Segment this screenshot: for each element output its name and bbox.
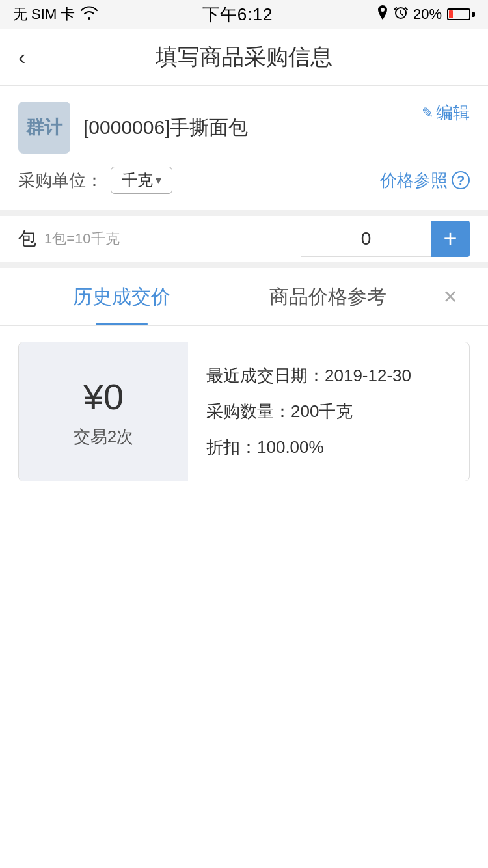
product-left: 群计 [0000006]手撕面包 <box>18 102 248 154</box>
discount-row: 折扣：100.00% <box>206 435 451 460</box>
alarm-icon <box>394 5 408 23</box>
product-thumbnail: 群计 <box>18 102 70 154</box>
history-count: 交易2次 <box>74 426 133 448</box>
back-button[interactable]: ‹ <box>18 44 25 70</box>
recent-date-row: 最近成交日期：2019-12-30 <box>206 363 451 388</box>
tab-price-ref-label: 商品价格参考 <box>269 284 386 310</box>
nav-bar: ‹ 填写商品采购信息 <box>0 29 488 86</box>
unit-select[interactable]: 千克 ▾ <box>111 167 172 194</box>
history-detail-section: 最近成交日期：2019-12-30 采购数量：200千克 折扣：100.00% <box>188 342 469 481</box>
history-card: ¥0 交易2次 最近成交日期：2019-12-30 采购数量：200千克 折扣：… <box>18 342 470 481</box>
tabs-close-button[interactable]: × <box>431 268 470 325</box>
recent-date-label: 最近成交日期： <box>206 366 325 385</box>
discount-label: 折扣： <box>206 437 257 457</box>
purchase-qty-label: 采购数量： <box>206 401 291 421</box>
product-footer: 采购单位： 千克 ▾ 价格参照 ? <box>18 167 470 194</box>
discount-value: 100.00% <box>257 437 324 457</box>
quantity-input[interactable] <box>301 221 431 257</box>
wifi-icon <box>80 5 98 23</box>
purchase-qty-row: 采购数量：200千克 <box>206 399 451 424</box>
edit-icon: ✎ <box>422 105 433 122</box>
status-left: 无 SIM 卡 <box>13 5 98 24</box>
status-bar: 无 SIM 卡 下午6:12 20% <box>0 0 488 29</box>
tabs-section: 历史成交价 商品价格参考 × <box>0 268 488 326</box>
chevron-down-icon: ▾ <box>156 173 161 187</box>
product-name: [0000006]手撕面包 <box>83 114 248 141</box>
purchase-qty-value: 200千克 <box>291 401 353 421</box>
quantity-input-group: + <box>301 221 470 257</box>
tab-history-price[interactable]: 历史成交价 <box>18 268 224 325</box>
unit-value: 千克 <box>122 170 153 191</box>
tab-active-indicator <box>96 323 148 325</box>
package-ratio: 1包=10千克 <box>44 229 120 249</box>
product-logo-text: 群计 <box>26 115 62 140</box>
tab-history-label: 历史成交价 <box>73 284 170 310</box>
no-sim-text: 无 SIM 卡 <box>13 5 75 24</box>
edit-button[interactable]: ✎ 编辑 <box>422 102 470 124</box>
status-right: 20% <box>377 5 475 23</box>
package-label: 包 <box>18 226 36 251</box>
battery-icon <box>447 8 475 20</box>
product-header: 群计 [0000006]手撕面包 ✎ 编辑 <box>18 102 470 154</box>
quantity-label: 包 1包=10千克 <box>18 226 120 251</box>
price-ref-label: 价格参照 <box>380 169 448 192</box>
page-title: 填写商品采购信息 <box>156 42 332 72</box>
location-icon <box>377 5 388 23</box>
history-price: ¥0 <box>83 375 124 418</box>
recent-date-value: 2019-12-30 <box>325 366 411 385</box>
price-reference-button[interactable]: 价格参照 ? <box>380 169 470 192</box>
history-content: ¥0 交易2次 最近成交日期：2019-12-30 采购数量：200千克 折扣：… <box>0 326 488 497</box>
tab-price-reference[interactable]: 商品价格参考 <box>224 268 431 325</box>
battery-percentage: 20% <box>413 6 442 23</box>
quantity-plus-button[interactable]: + <box>431 221 470 257</box>
main-background <box>0 497 488 868</box>
edit-label: 编辑 <box>436 102 470 124</box>
unit-label: 采购单位： <box>18 169 103 192</box>
help-icon: ? <box>452 171 470 189</box>
quantity-row: 包 1包=10千克 + <box>0 216 488 268</box>
product-card: 群计 [0000006]手撕面包 ✎ 编辑 采购单位： 千克 ▾ 价格参照 ? <box>0 86 488 216</box>
history-price-section: ¥0 交易2次 <box>19 342 188 481</box>
tabs-header: 历史成交价 商品价格参考 × <box>0 268 488 325</box>
unit-section: 采购单位： 千克 ▾ <box>18 167 172 194</box>
status-time: 下午6:12 <box>202 3 273 26</box>
